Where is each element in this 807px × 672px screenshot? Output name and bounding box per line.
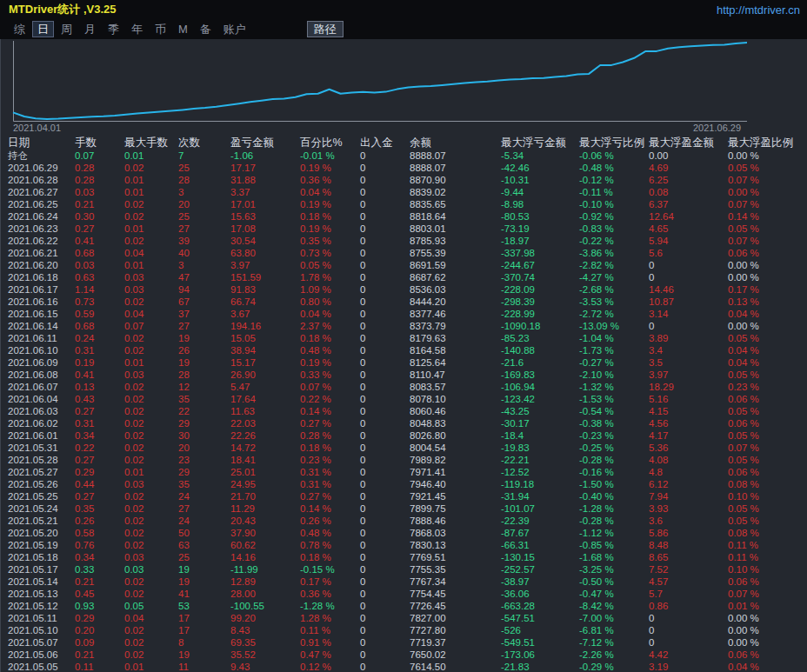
cell-2: 0.02 — [124, 296, 178, 308]
table-row[interactable]: 2021.06.220.410.023930.540.35 %08785.93-… — [1, 235, 807, 247]
menu-item-daily[interactable]: 日 — [32, 21, 54, 37]
table-row[interactable]: 2021.06.030.270.022211.630.14 %08060.46-… — [1, 405, 807, 417]
table-row[interactable]: 2021.05.200.580.025037.900.48 %07868.03-… — [1, 527, 807, 539]
menu-item-m[interactable]: M — [173, 21, 193, 37]
cell-9: -2.26 % — [579, 649, 649, 661]
table-row[interactable]: 2021.06.070.130.02125.470.07 %08083.57-1… — [1, 381, 807, 393]
cell-9: -1.53 % — [579, 393, 649, 405]
table-row[interactable]: 2021.06.160.730.026766.740.80 %08444.20-… — [1, 296, 807, 308]
cell-2: 0.02 — [124, 210, 178, 223]
table-row[interactable]: 2021.05.280.270.022318.410.23 %07989.82-… — [1, 454, 807, 466]
cell-2: 0.03 — [124, 478, 178, 490]
menu-item-summary[interactable]: 综 — [9, 21, 30, 37]
table-row[interactable]: 2021.06.080.410.032826.900.33 %08110.47-… — [1, 369, 807, 381]
cell-11: 0.10 % — [728, 563, 807, 576]
table-row[interactable]: 2021.05.180.340.032514.160.18 %07769.51-… — [1, 551, 807, 563]
table-row[interactable]: 2021.06.040.430.023517.640.22 %08078.10-… — [1, 393, 807, 405]
menu-item-yearly[interactable]: 年 — [126, 21, 148, 37]
cell-9: -0.11 % — [579, 186, 649, 198]
table-row[interactable]: 2021.06.210.680.044063.800.73 %08755.39-… — [1, 247, 807, 259]
cell-5: 0.17 % — [300, 576, 360, 588]
table-row[interactable]: 2021.05.050.110.01119.430.12 %07614.50-2… — [1, 661, 807, 672]
table-row[interactable]: 2021.06.090.190.011915.170.19 %08125.64-… — [1, 356, 807, 369]
cell-6: 0 — [360, 296, 410, 308]
cell-2: 0.01 — [124, 466, 178, 478]
table-row[interactable]: 2021.06.290.280.022517.170.19 %08888.07-… — [1, 162, 807, 174]
cell-7: 8835.65 — [410, 198, 501, 210]
menu-item-quarterly[interactable]: 季 — [103, 21, 124, 37]
cell-5: -0.01 % — [300, 150, 360, 162]
table-row[interactable]: 2021.06.180.630.0347151.591.78 %08687.62… — [1, 271, 807, 283]
menu-item-account[interactable]: 账户 — [218, 21, 251, 37]
cell-9: -1.68 % — [579, 551, 649, 563]
table-row[interactable]: 2021.06.230.270.012717.080.19 %08803.01-… — [1, 223, 807, 235]
cell-3: 8 — [178, 636, 230, 649]
cell-0: 2021.06.02 — [8, 417, 75, 429]
table-body: 持仓0.070.017-1.06-0.01 %08888.07-5.34-0.0… — [1, 150, 807, 672]
table-row[interactable]: 2021.05.070.090.02869.350.91 %07719.37-5… — [1, 636, 807, 649]
table-row[interactable]: 持仓0.070.017-1.06-0.01 %08888.07-5.34-0.0… — [1, 150, 807, 162]
menu-item-monthly[interactable]: 月 — [79, 21, 101, 37]
table-row[interactable]: 2021.06.100.310.022638.940.48 %08164.58-… — [1, 344, 807, 356]
table-row[interactable]: 2021.05.120.930.0553-100.55-1.28 %07726.… — [1, 600, 807, 612]
cell-8: -43.25 — [501, 405, 579, 417]
cell-3: 35 — [178, 393, 230, 405]
cell-5: 0.73 % — [300, 247, 360, 259]
cell-6: 0 — [360, 162, 410, 174]
table-row[interactable]: 2021.05.250.270.022421.700.27 %07921.45-… — [1, 490, 807, 502]
table-row[interactable]: 2021.06.250.210.022017.010.19 %08835.65-… — [1, 198, 807, 210]
cell-9: -0.92 % — [579, 210, 649, 223]
path-button[interactable]: 路径 — [307, 21, 343, 37]
app-url-link[interactable]: http://mtdriver.cn — [717, 3, 800, 17]
table-row[interactable]: 2021.05.110.290.041799.201.28 %07827.00-… — [1, 612, 807, 624]
table-row[interactable]: 2021.06.110.240.021915.050.18 %08179.63-… — [1, 332, 807, 344]
table-row[interactable]: 2021.05.100.200.02178.430.11 %07727.80-5… — [1, 624, 807, 636]
cell-11: 0.05 % — [728, 162, 807, 174]
cell-10: 6.25 — [649, 174, 728, 186]
table-row[interactable]: 2021.06.140.680.0727194.162.37 %08373.79… — [1, 320, 807, 332]
table-row[interactable]: 2021.06.010.340.023022.260.28 %08026.80-… — [1, 429, 807, 442]
cell-0: 2021.06.16 — [8, 296, 75, 308]
table-row[interactable]: 2021.05.260.440.033524.950.31 %07946.40-… — [1, 478, 807, 490]
cell-1: 0.43 — [75, 393, 124, 405]
table-row[interactable]: 2021.05.170.330.0319-11.99-0.15 %07755.3… — [1, 563, 807, 576]
cell-0: 2021.05.06 — [8, 649, 75, 661]
cell-0: 2021.06.08 — [8, 369, 75, 381]
table-row[interactable]: 2021.06.200.030.0133.970.05 %08691.59-24… — [1, 259, 807, 271]
table-row[interactable]: 2021.05.140.210.021912.890.17 %07767.34-… — [1, 576, 807, 588]
table-row[interactable]: 2021.05.240.350.022711.290.14 %07899.75-… — [1, 502, 807, 515]
menu-item-weekly[interactable]: 周 — [56, 21, 77, 37]
cell-2: 0.02 — [124, 417, 178, 429]
table-row[interactable]: 2021.06.240.300.022515.630.18 %08818.64-… — [1, 210, 807, 223]
cell-5: 0.48 % — [300, 344, 360, 356]
cell-8: -30.17 — [501, 417, 579, 429]
table-row[interactable]: 2021.05.060.210.021935.520.47 %07650.02-… — [1, 649, 807, 661]
cell-6: 0 — [360, 563, 410, 576]
table-row[interactable]: 2021.06.150.590.04373.670.04 %08377.46-2… — [1, 308, 807, 320]
cell-1: 0.21 — [75, 649, 124, 661]
cell-4: 3.37 — [230, 186, 300, 198]
menu-bar: 综日周月季年币M备账户 路径 — [0, 19, 807, 39]
table-row[interactable]: 2021.05.130.450.024128.000.36 %07754.45-… — [1, 588, 807, 600]
cell-8: -337.98 — [501, 247, 579, 259]
table-row[interactable]: 2021.06.270.030.0133.370.04 %08839.02-9.… — [1, 186, 807, 198]
cell-9: -0.28 % — [579, 454, 649, 466]
table-row[interactable]: 2021.06.020.310.022922.030.27 %08048.83-… — [1, 417, 807, 429]
table-row[interactable]: 2021.05.190.760.026360.620.78 %07830.13-… — [1, 539, 807, 551]
table-row[interactable]: 2021.05.210.260.022420.430.26 %07888.46-… — [1, 515, 807, 527]
table-row[interactable]: 2021.06.171.140.039491.831.09 %08536.03-… — [1, 283, 807, 296]
table-row[interactable]: 2021.06.280.280.012831.880.36 %08870.90-… — [1, 174, 807, 186]
cell-6: 0 — [360, 186, 410, 198]
cell-2: 0.02 — [124, 429, 178, 442]
cell-10: 3.14 — [649, 308, 728, 320]
table-row[interactable]: 2021.05.310.220.022014.720.18 %08004.54-… — [1, 442, 807, 454]
cell-5: 0.33 % — [300, 369, 360, 381]
cell-1: 0.93 — [75, 600, 124, 612]
cell-2: 0.04 — [124, 612, 178, 624]
menu-item-currency[interactable]: 币 — [150, 21, 171, 37]
cell-1: 1.14 — [75, 283, 124, 296]
cell-1: 0.03 — [75, 186, 124, 198]
table-row[interactable]: 2021.05.270.290.012925.010.31 %07971.41-… — [1, 466, 807, 478]
menu-item-memo[interactable]: 备 — [195, 21, 217, 37]
cell-7: 8818.64 — [410, 210, 501, 223]
